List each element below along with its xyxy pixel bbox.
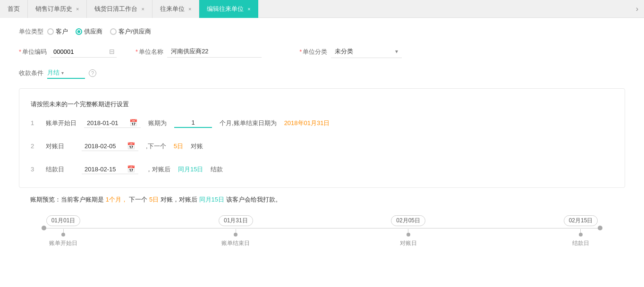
period-payment-suffix: 结款 <box>211 165 223 174</box>
tl-connector-vert-4 <box>580 229 581 233</box>
radio-circle-customer-supplier <box>110 28 117 35</box>
period-num-1: 1 <box>31 119 38 127</box>
tab-edit-partner[interactable]: 编辑往来单位 × <box>199 0 258 18</box>
tab-close-partner[interactable]: × <box>188 6 191 12</box>
period-row-3: 3 结款日 📅 ，对账后 同月15日 结款 <box>31 164 613 174</box>
unit-name-label: 单位名称 <box>139 48 163 56</box>
radio-circle-supplier <box>76 28 82 35</box>
tab-cash-work[interactable]: 钱货日清工作台 × <box>87 0 152 18</box>
tl-connector-vert-1 <box>63 229 64 233</box>
period-end-date-highlight: 2018年01月31日 <box>284 119 330 127</box>
unit-code-input[interactable] <box>51 46 107 57</box>
tl-date-badge-3: 02月05日 <box>391 215 425 226</box>
period-label-3: 结款日 <box>46 165 74 174</box>
unit-info-row: * 单位编码 ⊟ * 单位名称 * 单位分类 未分类 ▾ <box>19 45 625 58</box>
timeline-point-1: 01月01日 账单开始日 <box>44 215 82 247</box>
unit-type-row: 单位类型 客户 供应商 客户/供应商 <box>19 27 625 36</box>
period-date-input-2: 📅 <box>82 141 138 151</box>
period-row-2: 2 对账日 📅 ,下一个 5日 对账 <box>31 141 613 151</box>
tl-dot-2 <box>234 233 237 236</box>
preview-highlight-2: 5日 <box>149 196 159 203</box>
period-date-input-3: 📅 <box>82 164 138 174</box>
timeline-container: 01月01日 账单开始日 01月31日 账单结束日 02月05日 对账日 <box>30 215 614 247</box>
unit-code-item: * 单位编码 ⊟ <box>19 46 117 58</box>
preview-label: 账期预览：当前客户账期是 <box>30 196 104 203</box>
unit-type-item: 单位类型 客户 供应商 客户/供应商 <box>19 27 151 36</box>
tab-more-button[interactable]: › <box>630 5 644 13</box>
radio-customer[interactable]: 客户 <box>47 27 68 36</box>
period-month-input[interactable] <box>174 118 212 128</box>
unit-category-item: * 单位分类 未分类 ▾ <box>299 45 402 58</box>
unit-name-item: * 单位名称 <box>136 46 262 58</box>
radio-customer-supplier[interactable]: 客户/供应商 <box>110 27 151 36</box>
unit-code-copy-icon[interactable]: ⊟ <box>107 48 117 55</box>
tl-label-2: 账单结束日 <box>221 239 250 247</box>
tab-close-cash-work[interactable]: × <box>141 6 144 12</box>
period-num-2: 2 <box>31 143 38 150</box>
period-num-3: 3 <box>31 166 38 173</box>
unit-category-value: 未分类 <box>335 47 391 56</box>
unit-code-label: 单位编码 <box>22 48 47 56</box>
timeline-points: 01月01日 账单开始日 01月31日 账单结束日 02月05日 对账日 <box>44 215 600 247</box>
calendar-icon-2[interactable]: 📅 <box>127 142 135 150</box>
unit-type-label: 单位类型 <box>19 27 43 36</box>
preview-text-2: 对账，对账后 <box>161 196 197 203</box>
tl-dot-3 <box>407 233 410 236</box>
period-date-field-2[interactable] <box>85 143 127 150</box>
page-content: 单位类型 客户 供应商 客户/供应商 * 单位编码 <box>0 18 644 287</box>
period-date-field-1[interactable] <box>87 119 129 127</box>
timeline-line <box>44 228 600 228</box>
radio-label-supplier: 供应商 <box>84 27 102 36</box>
period-config-title: 请按照未来的一个完整帐期进行设置 <box>31 100 613 109</box>
calendar-icon-3[interactable]: 📅 <box>127 165 135 173</box>
tab-bar: 首页 销售订单历史 × 钱货日清工作台 × 往来单位 × 编辑往来单位 × › <box>0 0 644 18</box>
timeline-dot-right <box>598 226 602 230</box>
unit-category-select[interactable]: 未分类 ▾ <box>331 45 402 58</box>
timeline-dot-left <box>42 226 46 230</box>
unit-type-radio-group: 客户 供应商 客户/供应商 <box>47 27 151 36</box>
unit-code-input-wrap: ⊟ <box>51 46 117 58</box>
unit-category-arrow-icon: ▾ <box>395 48 398 55</box>
tl-date-badge-1: 01月01日 <box>46 215 81 226</box>
tab-partner[interactable]: 往来单位 × <box>153 0 199 18</box>
calendar-icon-1[interactable]: 📅 <box>129 119 137 127</box>
period-label-2: 对账日 <box>46 142 74 151</box>
preview-text: 账期预览：当前客户账期是 1个月， 下一个 5日 对账，对账后 同月15日 该客… <box>30 195 614 204</box>
preview-text-1: 下一个 <box>129 196 147 203</box>
tl-date-badge-4: 02月15日 <box>564 215 598 226</box>
unit-category-required: * <box>299 48 302 55</box>
period-row-1: 1 账单开始日 📅 账期为 个月,账单结束日期为 2018年01月31日 <box>31 118 613 128</box>
payment-condition-label: 收款条件 <box>19 69 43 77</box>
period-payment-day-highlight: 同月15日 <box>178 165 203 174</box>
period-date-field-3[interactable] <box>85 166 127 173</box>
tl-label-4: 结款日 <box>572 239 589 247</box>
tl-dot-1 <box>61 233 65 236</box>
tl-date-badge-2: 01月31日 <box>219 215 253 226</box>
timeline-point-2: 01月31日 账单结束日 <box>217 215 254 247</box>
tab-home[interactable]: 首页 <box>0 0 28 18</box>
timeline-point-4: 02月15日 结款日 <box>562 215 600 247</box>
tl-dot-4 <box>579 233 583 236</box>
radio-label-customer-supplier: 客户/供应商 <box>119 27 151 36</box>
tl-connector-vert-3 <box>408 229 408 233</box>
payment-condition-select[interactable]: 月结 ▾ <box>47 68 85 79</box>
payment-condition-value: 月结 <box>47 68 59 77</box>
tab-sales-history[interactable]: 销售订单历史 × <box>28 0 87 18</box>
preview-highlight-3: 同月15日 <box>199 196 224 203</box>
payment-help-icon[interactable]: ? <box>89 69 96 77</box>
preview-section: 账期预览：当前客户账期是 1个月， 下一个 5日 对账，对账后 同月15日 该客… <box>19 188 625 255</box>
unit-code-required: * <box>19 48 21 55</box>
tab-close-sales-history[interactable]: × <box>76 6 79 12</box>
period-month-suffix: 个月,账单结束日期为 <box>220 119 277 127</box>
tl-label-1: 账单开始日 <box>49 239 77 247</box>
timeline-point-3: 02月05日 对账日 <box>390 215 427 247</box>
radio-supplier[interactable]: 供应商 <box>76 27 102 36</box>
period-label-1: 账单开始日 <box>46 119 76 127</box>
radio-circle-customer <box>47 28 54 35</box>
tab-close-edit-partner[interactable]: × <box>247 6 250 12</box>
tl-connector-vert-2 <box>236 229 236 233</box>
unit-name-input[interactable] <box>167 46 262 58</box>
unit-category-label: 单位分类 <box>303 48 327 56</box>
preview-text-3: 该客户会给我打款。 <box>226 196 281 203</box>
payment-condition-arrow-icon: ▾ <box>61 70 64 76</box>
